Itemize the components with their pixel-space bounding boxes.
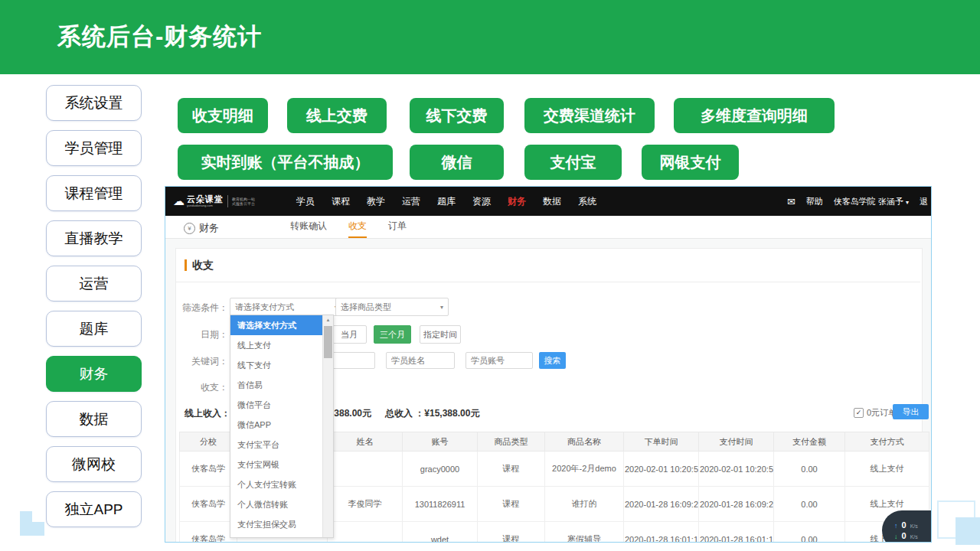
feature-button-label: 支付宝 <box>550 152 596 173</box>
navbar-menu-item[interactable]: 系统 <box>578 195 596 208</box>
search-button[interactable]: 搜索 <box>539 352 566 369</box>
dropdown-option[interactable]: 请选择支付方式 <box>230 315 333 335</box>
feature-button[interactable]: 线上交费 <box>287 98 387 133</box>
zero-order-checkbox[interactable]: ✓ <box>854 408 864 418</box>
student-name-input[interactable] <box>386 352 455 369</box>
table-header-cell: 账号 <box>403 432 478 452</box>
network-speed-widget: ↑ 0 K/s ↓ 0 K/s <box>882 510 932 543</box>
payment-method-dropdown: 请选择支付方式 线上支付 线下支付 首信易 微信平台 微信APP 支付宝平台 支… <box>230 315 334 538</box>
table-cell: 课程 <box>478 452 545 487</box>
inout-label: 收支： <box>173 381 228 394</box>
dropdown-option[interactable]: 首信易 <box>230 375 333 395</box>
table-cell <box>328 452 403 487</box>
navbar-menu-item[interactable]: 课程 <box>332 195 350 208</box>
dropdown-option[interactable]: 微信APP <box>230 415 333 435</box>
table-cell: 李俊同学 <box>328 487 403 522</box>
sidebar-item[interactable]: 直播教学 <box>46 220 142 256</box>
subnav-tab[interactable]: 收支 <box>348 216 367 238</box>
feature-button[interactable]: 交费渠道统计 <box>524 98 655 133</box>
feature-button[interactable]: 多维度查询明细 <box>674 98 835 133</box>
feature-button[interactable]: 实时到账（平台不抽成） <box>178 145 393 180</box>
product-type-select[interactable]: 选择商品类型 ▾ <box>335 298 449 316</box>
feature-button[interactable]: 微信 <box>410 145 504 180</box>
export-button[interactable]: 导出 <box>893 404 929 419</box>
sidebar-item[interactable]: 微网校 <box>46 446 142 482</box>
sidebar-item[interactable]: 系统设置 <box>46 85 142 121</box>
dropdown-option[interactable]: 支付宝网银 <box>230 455 333 474</box>
table-cell: 2020-02-01 10:20:56 <box>699 452 774 487</box>
table-cell <box>328 522 403 543</box>
section-title: 收支 <box>185 259 214 271</box>
subnav-tab[interactable]: 转账确认 <box>290 216 327 238</box>
page-header: 系统后台-财务统计 <box>0 0 980 74</box>
dropdown-option[interactable]: 个人支付宝转账 <box>230 474 333 494</box>
logout-link[interactable]: 退 <box>920 196 928 207</box>
dropdown-scrollbar[interactable]: ▲ <box>322 315 333 537</box>
navbar-menu-item[interactable]: 题库 <box>437 195 456 208</box>
date-label: 日期： <box>173 328 228 341</box>
date-range-button[interactable]: 当月 <box>332 325 367 344</box>
dropdown-option[interactable]: 线下支付 <box>230 355 333 375</box>
table-cell: 0.00 <box>774 487 845 522</box>
sidebar-item-label: 课程管理 <box>65 184 123 204</box>
section-name: ¥ 财务 <box>184 221 219 235</box>
dropdown-option[interactable]: 微信平台 <box>230 395 333 415</box>
feature-button[interactable]: 线下交费 <box>410 98 504 133</box>
date-range-button[interactable]: 指定时间 <box>420 325 461 344</box>
subnav-tab[interactable]: 订单 <box>388 216 407 238</box>
table-cell: 2020-01-28 16:01:17 <box>699 522 774 543</box>
account-menu[interactable]: 侠客岛学院 张涵予 ▾ <box>834 196 909 207</box>
dropdown-option[interactable]: 个人微信转账 <box>230 494 333 514</box>
feature-button-label: 收支明细 <box>192 106 253 126</box>
help-link[interactable]: 帮助 <box>806 196 823 207</box>
navbar-menu-item[interactable]: 资源 <box>472 195 491 208</box>
feature-button[interactable]: 网银支付 <box>642 145 739 180</box>
table-cell: 线上支付 <box>845 452 929 487</box>
product-type-select-value: 选择商品类型 <box>341 302 391 313</box>
table-header-cell: 商品类型 <box>478 432 545 452</box>
student-account-input[interactable] <box>466 352 533 369</box>
scrollbar-thumb[interactable] <box>324 326 332 358</box>
sidebar-item[interactable]: 运营 <box>46 266 142 302</box>
navbar-menu-item[interactable]: 财务 <box>508 195 526 208</box>
navbar-menu-item[interactable]: 数据 <box>543 195 561 208</box>
feature-button[interactable]: 收支明细 <box>178 98 268 133</box>
app-navbar: ☁ 云朵课堂 yunduoketang.com 教育机构一站 式服务云平台 学员… <box>165 187 931 216</box>
feature-button[interactable]: 支付宝 <box>524 145 622 180</box>
table-cell: 课程 <box>478 487 545 522</box>
sidebar-item-label: 独立APP <box>64 500 122 520</box>
download-arrow-icon: ↓ <box>894 533 898 540</box>
app-logo[interactable]: ☁ 云朵课堂 yunduoketang.com 教育机构一站 式服务云平台 <box>173 194 255 208</box>
payment-method-select[interactable]: 请选择支付方式 ▾ <box>230 298 343 316</box>
table-header-cell: 下单时间 <box>624 432 699 452</box>
sidebar-item[interactable]: 数据 <box>46 401 142 437</box>
navbar-menu-item[interactable]: 学员 <box>296 195 315 208</box>
table-cell: 2020-02-01 10:20:56 <box>624 452 699 487</box>
feature-button-label: 交费渠道统计 <box>544 106 635 126</box>
sidebar-item[interactable]: 财务 <box>46 356 142 392</box>
sidebar-item[interactable]: 课程管理 <box>46 175 142 211</box>
keyword-label: 关键词： <box>173 355 228 368</box>
dropdown-option[interactable]: 支付宝担保交易 <box>230 514 333 534</box>
logo-separator <box>227 195 228 207</box>
sidebar-item[interactable]: 独立APP <box>46 491 142 527</box>
sidebar-item[interactable]: 学员管理 <box>46 130 142 166</box>
logo-text: 云朵课堂 <box>187 195 224 204</box>
sidebar-item-label: 财务 <box>80 364 109 384</box>
feature-button-label: 微信 <box>442 152 472 173</box>
date-range-button[interactable]: 三个月 <box>374 325 411 344</box>
scroll-up-icon[interactable]: ▲ <box>323 315 333 325</box>
payment-method-select-value: 请选择支付方式 <box>235 302 294 313</box>
mail-icon[interactable]: ✉ <box>787 196 795 207</box>
sidebar-item-label: 直播教学 <box>65 229 123 249</box>
table-cell: 侠客岛学 <box>180 452 237 487</box>
dropdown-option[interactable]: 支付宝平台 <box>230 435 333 455</box>
sidebar-item[interactable]: 题库 <box>46 311 142 347</box>
zero-order-filter: ✓ 0元订单 <box>854 407 897 419</box>
caret-down-icon: ▾ <box>906 199 909 206</box>
navbar-menu-item[interactable]: 运营 <box>402 195 420 208</box>
navbar-menu: 学员 课程 教学 运营 题库 资源 财务 数据 系统 <box>296 195 596 208</box>
navbar-menu-item[interactable]: 教学 <box>367 195 385 208</box>
dropdown-option[interactable]: 线上支付 <box>230 335 333 355</box>
table-cell: 0.00 <box>774 452 845 487</box>
